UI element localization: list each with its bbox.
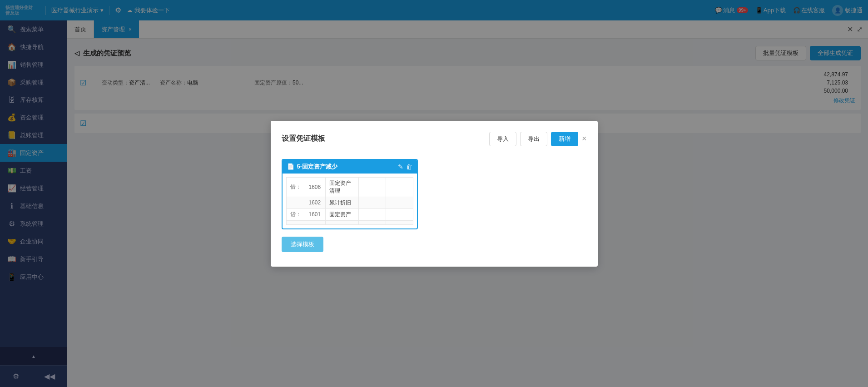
- modal-overlay: 设置凭证模板 导入 导出 新增 × 📄 5-固定资产减少: [0, 0, 868, 387]
- template-doc-icon: 📄: [287, 163, 294, 170]
- entry-side-1: [286, 197, 305, 208]
- entry-name-3: [325, 220, 358, 224]
- entry-row-2: 贷： 1601 固定资产: [286, 208, 413, 220]
- entry-col4-3: [386, 220, 413, 224]
- entry-side-2: 贷：: [286, 208, 305, 220]
- template-id-name: 5-固定资产减少: [297, 163, 338, 171]
- modal-header-actions: 导入 导出 新增: [489, 132, 578, 146]
- entry-code-0: 1606: [305, 177, 325, 197]
- entry-col3-2: [358, 208, 386, 220]
- template-card: 📄 5-固定资产减少 ✎ 🗑 借： 1606 固定资产清理: [282, 159, 418, 229]
- entry-side-0: 借：: [286, 177, 305, 197]
- modal-close-button[interactable]: ×: [582, 134, 587, 144]
- template-area: 📄 5-固定资产减少 ✎ 🗑 借： 1606 固定资产清理: [282, 155, 587, 256]
- modal-set-template: 设置凭证模板 导入 导出 新增 × 📄 5-固定资产减少: [271, 121, 598, 267]
- entry-col3-3: [358, 220, 386, 224]
- entry-col3-1: [358, 197, 386, 208]
- entry-col3-0: [358, 177, 386, 197]
- entry-col4-2: [386, 208, 413, 220]
- entry-name-2: 固定资产: [325, 208, 358, 220]
- template-card-header-left: 📄 5-固定资产减少: [287, 163, 338, 171]
- entry-side-3: [286, 220, 305, 224]
- entry-name-1: 累计折旧: [325, 197, 358, 208]
- entry-row-3: [286, 220, 413, 224]
- template-card-header: 📄 5-固定资产减少 ✎ 🗑: [283, 160, 417, 174]
- template-card-actions: ✎ 🗑: [398, 163, 412, 170]
- modal-title: 设置凭证模板: [282, 134, 325, 144]
- entry-row-1: 1602 累计折旧: [286, 197, 413, 208]
- template-delete-button[interactable]: 🗑: [406, 163, 412, 170]
- entry-col4-0: [386, 177, 413, 197]
- entry-col4-1: [386, 197, 413, 208]
- template-name: 固定资产减少: [302, 163, 337, 170]
- entry-code-3: [305, 220, 325, 224]
- entry-row-0: 借： 1606 固定资产清理: [286, 177, 413, 197]
- template-edit-button[interactable]: ✎: [398, 163, 403, 170]
- modal-header: 设置凭证模板 导入 导出 新增 ×: [282, 132, 587, 146]
- new-button[interactable]: 新增: [551, 132, 578, 146]
- import-button[interactable]: 导入: [489, 132, 516, 146]
- template-entries-table: 借： 1606 固定资产清理 1602 累计折旧: [286, 177, 413, 225]
- export-button[interactable]: 导出: [520, 132, 547, 146]
- entry-name-0: 固定资产清理: [325, 177, 358, 197]
- select-template-button[interactable]: 选择模板: [282, 237, 323, 252]
- entry-code-1: 1602: [305, 197, 325, 208]
- entry-code-2: 1601: [305, 208, 325, 220]
